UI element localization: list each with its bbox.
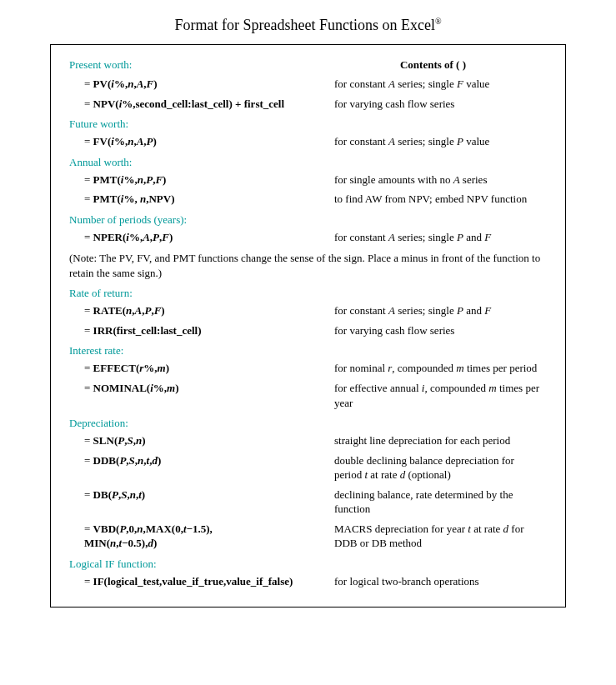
document-page: Format for Spreadsheet Functions on Exce…: [0, 17, 616, 608]
func-nominal: = NOMINAL(i%,m): [69, 381, 334, 396]
desc-sln: straight line depreciation for each peri…: [334, 433, 547, 448]
func-vbd: = VBD(P,0,n,MAX(0,t−1.5),MIN(n,t−0.5),d): [69, 522, 334, 551]
section-depreciation: Depreciation:: [69, 417, 547, 430]
desc-irr: for varying cash flow series: [334, 323, 547, 338]
desc-ddb: double declining balance depreciation fo…: [334, 453, 547, 482]
func-npv: = NPV(i%,second_cell:last_cell) + first_…: [69, 97, 334, 112]
section-annual-worth: Annual worth:: [69, 156, 547, 169]
row-nper: = NPER(i%,A,P,F) for constant A series; …: [69, 230, 547, 245]
desc-fv: for constant A series; single P value: [334, 134, 547, 149]
func-effect: = EFFECT(r%,m): [69, 361, 334, 376]
row-ddb: = DDB(P,S,n,t,d) double declining balanc…: [69, 453, 547, 482]
func-pmt1: = PMT(i%,n,P,F): [69, 172, 334, 188]
section-logical-if: Logical IF function:: [69, 558, 547, 571]
desc-npv: for varying cash flow series: [334, 97, 547, 112]
page-title: Format for Spreadsheet Functions on Exce…: [0, 17, 616, 34]
row-irr: = IRR(first_cell:last_cell) for varying …: [69, 323, 547, 338]
row-effect: = EFFECT(r%,m) for nominal r, compounded…: [69, 361, 547, 376]
func-db: = DB(P,S,n,t): [69, 488, 334, 502]
desc-vbd: MACRS depreciation for year t at rate d …: [334, 522, 547, 551]
row-npv: = NPV(i%,second_cell:last_cell) + first_…: [69, 97, 547, 112]
func-pmt2: = PMT(i%, n,NPV): [69, 192, 334, 207]
content-box: Present worth: Contents of ( ) = PV(i%,n…: [50, 44, 566, 608]
row-rate: = RATE(n,A,P,F) for constant A series; s…: [69, 303, 547, 318]
func-if: = IF(logical_test,value_if_true,value_if…: [69, 574, 334, 589]
func-ddb: = DDB(P,S,n,t,d): [69, 453, 334, 468]
section-future-worth: Future worth:: [69, 118, 547, 131]
contents-of-header: Contents of ( ): [319, 58, 547, 72]
func-rate: = RATE(n,A,P,F): [69, 303, 334, 318]
func-pv: = PV(i%,n,A,F): [69, 77, 334, 92]
func-fv: = FV(i%,n,A,P): [69, 134, 334, 149]
func-nper: = NPER(i%,A,P,F): [69, 230, 334, 245]
func-irr: = IRR(first_cell:last_cell): [69, 323, 334, 338]
row-db: = DB(P,S,n,t) declining balance, rate de…: [69, 488, 547, 517]
section-number-of-periods: Number of periods (years):: [69, 213, 547, 227]
header-row: Present worth: Contents of ( ): [69, 58, 547, 72]
func-sln: = SLN(P,S,n): [69, 433, 334, 448]
section-interest-rate: Interest rate:: [69, 344, 547, 358]
title-text: Format for Spreadsheet Functions on Exce…: [174, 17, 434, 33]
desc-nominal: for effective annual i, compounded m tim…: [334, 381, 547, 410]
registered-icon: ®: [435, 17, 442, 26]
sign-note: (Note: The PV, FV, and PMT functions cha…: [69, 251, 547, 280]
section-present-worth: Present worth:: [69, 58, 319, 72]
row-vbd: = VBD(P,0,n,MAX(0,t−1.5),MIN(n,t−0.5),d)…: [69, 522, 547, 551]
desc-pmt1: for single amounts with no A series: [334, 172, 547, 188]
row-if: = IF(logical_test,value_if_true,value_if…: [69, 574, 547, 589]
desc-if: for logical two-branch operations: [334, 574, 547, 589]
desc-rate: for constant A series; single P and F: [334, 303, 547, 318]
desc-effect: for nominal r, compounded m times per pe…: [334, 361, 547, 376]
desc-nper: for constant A series; single P and F: [334, 230, 547, 245]
row-pv: = PV(i%,n,A,F) for constant A series; si…: [69, 77, 547, 92]
row-pmt2: = PMT(i%, n,NPV) to find AW from NPV; em…: [69, 192, 547, 207]
row-sln: = SLN(P,S,n) straight line depreciation …: [69, 433, 547, 448]
desc-pv: for constant A series; single F value: [334, 77, 547, 92]
row-fv: = FV(i%,n,A,P) for constant A series; si…: [69, 134, 547, 149]
row-nominal: = NOMINAL(i%,m) for effective annual i, …: [69, 381, 547, 410]
section-rate-of-return: Rate of return:: [69, 287, 547, 300]
desc-pmt2: to find AW from NPV; embed NPV function: [334, 192, 547, 207]
row-pmt1: = PMT(i%,n,P,F) for single amounts with …: [69, 172, 547, 188]
desc-db: declining balance, rate determined by th…: [334, 488, 547, 517]
